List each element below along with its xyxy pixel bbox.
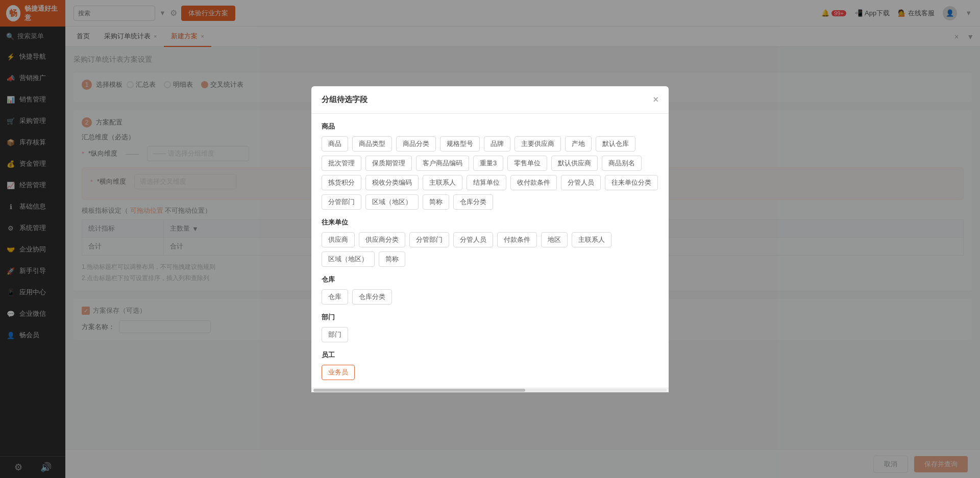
field-tags-4: 业务员 [322, 365, 658, 380]
field-tags-0: 商品商品类型商品分类规格型号品牌主要供应商产地默认仓库批次管理保质期管理客户商品… [322, 136, 658, 210]
field-tag-0-14[interactable]: 商品别名 [602, 156, 642, 171]
field-tag-2-1[interactable]: 仓库分类 [352, 289, 392, 305]
field-tag-0-22[interactable]: 分管部门 [322, 194, 361, 210]
field-tag-1-3[interactable]: 分管人员 [453, 232, 493, 247]
modal-body: 商品商品商品类型商品分类规格型号品牌主要供应商产地默认仓库批次管理保质期管理客户… [311, 114, 669, 388]
field-tag-0-6[interactable]: 产地 [565, 136, 592, 152]
field-tag-1-5[interactable]: 地区 [541, 232, 568, 247]
modal: 分组待选字段 × 商品商品商品类型商品分类规格型号品牌主要供应商产地默认仓库批次… [311, 86, 669, 392]
field-tag-1-1[interactable]: 供应商分类 [359, 232, 405, 247]
modal-close-button[interactable]: × [653, 94, 658, 105]
field-tag-0-4[interactable]: 品牌 [484, 136, 510, 152]
field-tag-0-18[interactable]: 结算单位 [467, 175, 506, 190]
field-tag-0-5[interactable]: 主要供应商 [514, 136, 561, 152]
field-tag-0-24[interactable]: 简称 [423, 194, 449, 210]
field-tag-0-16[interactable]: 税收分类编码 [365, 175, 419, 190]
field-tag-0-1[interactable]: 商品类型 [352, 136, 392, 152]
field-tag-0-0[interactable]: 商品 [322, 136, 348, 152]
field-tag-0-17[interactable]: 主联系人 [423, 175, 462, 190]
hscroll-track [313, 389, 667, 392]
field-tag-0-3[interactable]: 规格型号 [440, 136, 480, 152]
field-tag-1-4[interactable]: 付款条件 [497, 232, 537, 247]
modal-title: 分组待选字段 [322, 95, 368, 105]
field-tag-3-0[interactable]: 部门 [322, 327, 348, 342]
modal-horizontal-scrollbar[interactable] [311, 388, 669, 392]
field-section-0: 商品商品商品类型商品分类规格型号品牌主要供应商产地默认仓库批次管理保质期管理客户… [322, 122, 658, 210]
field-tag-0-20[interactable]: 分管人员 [561, 175, 601, 190]
field-tag-0-8[interactable]: 批次管理 [322, 156, 361, 171]
field-section-2: 仓库仓库仓库分类 [322, 275, 658, 305]
field-section-4: 员工业务员 [322, 350, 658, 380]
field-tag-0-15[interactable]: 拣货积分 [322, 175, 361, 190]
field-section-title-0: 商品 [322, 122, 658, 131]
field-tag-2-0[interactable]: 仓库 [322, 289, 348, 305]
field-section-title-2: 仓库 [322, 275, 658, 284]
field-section-title-1: 往来单位 [322, 218, 658, 227]
hscroll-thumb [313, 389, 525, 392]
field-section-1: 往来单位供应商供应商分类分管部门分管人员付款条件地区主联系人区域（地区）简称 [322, 218, 658, 267]
field-tag-0-9[interactable]: 保质期管理 [365, 156, 412, 171]
field-tag-0-21[interactable]: 往来单位分类 [605, 175, 658, 190]
field-tag-0-23[interactable]: 区域（地区） [365, 194, 419, 210]
field-tag-0-10[interactable]: 客户商品编码 [416, 156, 469, 171]
field-tag-0-7[interactable]: 默认仓库 [596, 136, 635, 152]
field-section-title-3: 部门 [322, 313, 658, 322]
field-tag-1-7[interactable]: 区域（地区） [322, 251, 375, 267]
modal-header: 分组待选字段 × [311, 86, 669, 114]
field-tag-0-13[interactable]: 默认供应商 [551, 156, 598, 171]
field-tag-0-19[interactable]: 收付款条件 [510, 175, 557, 190]
field-tag-0-11[interactable]: 重量3 [473, 156, 503, 171]
field-tags-1: 供应商供应商分类分管部门分管人员付款条件地区主联系人区域（地区）简称 [322, 232, 658, 267]
field-tag-1-0[interactable]: 供应商 [322, 232, 355, 247]
field-tag-4-0[interactable]: 业务员 [322, 365, 355, 380]
field-tag-1-8[interactable]: 简称 [379, 251, 405, 267]
field-section-title-4: 员工 [322, 350, 658, 360]
field-tag-0-25[interactable]: 仓库分类 [453, 194, 493, 210]
field-tag-1-2[interactable]: 分管部门 [409, 232, 449, 247]
field-tag-0-12[interactable]: 零售单位 [507, 156, 547, 171]
modal-overlay: 分组待选字段 × 商品商品商品类型商品分类规格型号品牌主要供应商产地默认仓库批次… [0, 0, 980, 478]
field-tag-0-2[interactable]: 商品分类 [396, 136, 436, 152]
field-tags-3: 部门 [322, 327, 658, 342]
field-tags-2: 仓库仓库分类 [322, 289, 658, 305]
field-tag-1-6[interactable]: 主联系人 [572, 232, 611, 247]
field-section-3: 部门部门 [322, 313, 658, 342]
